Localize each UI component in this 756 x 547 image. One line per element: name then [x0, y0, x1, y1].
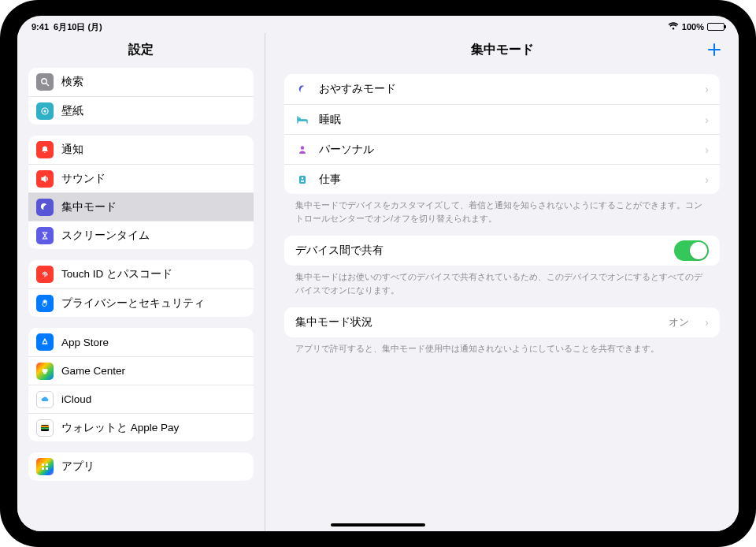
- apps-icon: [36, 458, 54, 475]
- share-toggle[interactable]: [674, 240, 709, 261]
- status-bar: 9:41 6月10日 (月) 100%: [17, 16, 739, 33]
- sidebar-item-label: Touch ID とパスコード: [61, 267, 172, 281]
- svg-rect-13: [46, 467, 48, 470]
- svg-rect-15: [299, 176, 306, 184]
- sidebar-item-appstore[interactable]: App Store: [28, 328, 254, 356]
- sidebar-item-label: サウンド: [61, 172, 106, 186]
- home-indicator: [331, 523, 425, 527]
- sidebar-item-label: 通知: [61, 143, 83, 157]
- focus-status-row[interactable]: 集中モード状況 オン ›: [284, 307, 720, 337]
- svg-point-6: [43, 370, 46, 374]
- focus-mode-label: 仕事: [319, 173, 695, 187]
- content: 設定 検索 壁紙: [17, 33, 739, 531]
- bed-icon: [295, 113, 309, 127]
- appstore-icon: [36, 333, 54, 351]
- sidebar-item-privacy[interactable]: プライバシーとセキュリティ: [28, 288, 254, 317]
- cloud-icon: [36, 391, 54, 408]
- focus-mode-sleep[interactable]: 睡眠 ›: [284, 104, 720, 134]
- focus-modes-footer: 集中モードでデバイスをカスタマイズして、着信と通知を知らされないようにすることが…: [284, 194, 720, 225]
- sidebar-item-label: iCloud: [61, 393, 91, 405]
- sidebar-item-focus[interactable]: 集中モード: [28, 192, 254, 221]
- status-time: 9:41: [32, 22, 49, 32]
- chevron-right-icon: ›: [705, 143, 709, 156]
- svg-rect-10: [42, 463, 44, 466]
- sidebar: 設定 検索 壁紙: [17, 33, 265, 531]
- bell-icon: [36, 141, 54, 158]
- speaker-icon: [36, 170, 54, 188]
- badge-icon: [295, 173, 309, 187]
- hand-icon: [36, 295, 54, 312]
- share-label: デバイス間で共有: [295, 244, 665, 258]
- svg-rect-8: [41, 426, 49, 427]
- share-across-devices-row[interactable]: デバイス間で共有: [284, 236, 720, 266]
- main-pane: 集中モード おやすみモード ›: [265, 33, 739, 531]
- sidebar-item-notifications[interactable]: 通知: [28, 136, 254, 164]
- moon-icon: [36, 199, 54, 216]
- sidebar-scroll[interactable]: 検索 壁紙: [17, 66, 265, 531]
- svg-rect-17: [301, 180, 304, 180]
- svg-point-14: [301, 146, 304, 149]
- sidebar-item-label: スクリーンタイム: [61, 229, 150, 243]
- sidebar-item-label: アプリ: [61, 460, 94, 474]
- sidebar-item-wallet[interactable]: ウォレットと Apple Pay: [28, 413, 254, 441]
- screen: 9:41 6月10日 (月) 100% 設定: [17, 16, 739, 531]
- battery-percent: 100%: [682, 22, 704, 32]
- status-left: 9:41 6月10日 (月): [32, 21, 102, 33]
- focus-status-group: 集中モード状況 オン ›: [284, 307, 720, 337]
- focus-mode-personal[interactable]: パーソナル ›: [284, 134, 720, 164]
- svg-rect-18: [301, 181, 304, 182]
- status-date: 6月10日 (月): [54, 21, 102, 33]
- sidebar-item-sounds[interactable]: サウンド: [28, 164, 254, 192]
- wallpaper-icon: [36, 102, 54, 120]
- page-title: 集中モード: [471, 42, 534, 58]
- sidebar-item-touchid[interactable]: Touch ID とパスコード: [28, 260, 254, 288]
- focus-status-value: オン: [669, 315, 689, 329]
- sidebar-item-label: App Store: [61, 337, 109, 348]
- sidebar-item-gamecenter[interactable]: Game Center: [28, 356, 254, 385]
- share-footer: 集中モードはお使いのすべてのデバイスで共有されているため、このデバイスでオンにす…: [284, 266, 720, 296]
- moon-icon: [295, 82, 309, 96]
- chevron-right-icon: ›: [705, 113, 709, 126]
- sidebar-group-4: アプリ: [28, 452, 254, 481]
- focus-status-footer: アプリで許可すると、集中モード使用中は通知されないようにしていることを共有できま…: [284, 337, 720, 355]
- sidebar-item-label: 集中モード: [61, 200, 117, 214]
- share-group: デバイス間で共有: [284, 236, 720, 266]
- wallet-icon: [36, 419, 54, 437]
- svg-point-16: [302, 177, 304, 179]
- focus-modes-group: おやすみモード › 睡眠 ›: [284, 74, 720, 194]
- gamecenter-icon: [36, 363, 54, 380]
- svg-rect-12: [42, 467, 44, 470]
- focus-mode-do-not-disturb[interactable]: おやすみモード ›: [284, 74, 720, 104]
- focus-mode-work[interactable]: 仕事 ›: [284, 164, 720, 194]
- sidebar-item-wallpaper[interactable]: 壁紙: [28, 96, 254, 125]
- person-icon: [295, 143, 309, 157]
- add-focus-button[interactable]: [704, 39, 724, 60]
- focus-mode-label: 睡眠: [319, 113, 695, 127]
- svg-rect-11: [46, 463, 48, 466]
- battery-icon: [707, 23, 724, 31]
- sidebar-group-0: 検索 壁紙: [28, 68, 254, 125]
- sidebar-item-label: ウォレットと Apple Pay: [61, 421, 179, 435]
- chevron-right-icon: ›: [705, 316, 709, 329]
- sidebar-item-icloud[interactable]: iCloud: [28, 385, 254, 413]
- svg-line-1: [46, 84, 49, 86]
- focus-status-label: 集中モード状況: [295, 315, 659, 329]
- focus-mode-label: パーソナル: [319, 143, 695, 157]
- sidebar-group-3: App Store Game Center iClo: [28, 328, 254, 441]
- chevron-right-icon: ›: [705, 173, 709, 186]
- sidebar-item-screentime[interactable]: スクリーンタイム: [28, 221, 254, 249]
- sidebar-item-apps[interactable]: アプリ: [28, 452, 254, 481]
- main-scroll[interactable]: おやすみモード › 睡眠 ›: [265, 66, 739, 531]
- sidebar-item-label: Game Center: [61, 365, 125, 377]
- main-header: 集中モード: [265, 33, 739, 66]
- search-icon: [36, 73, 54, 91]
- sidebar-title: 設定: [17, 33, 265, 66]
- sidebar-item-label: プライバシーとセキュリティ: [61, 296, 205, 311]
- focus-mode-label: おやすみモード: [319, 82, 695, 96]
- sidebar-group-1: 通知 サウンド 集中モード: [28, 136, 254, 249]
- sidebar-item-search[interactable]: 検索: [28, 68, 254, 96]
- plus-icon: [706, 42, 722, 58]
- chevron-right-icon: ›: [705, 83, 709, 95]
- sidebar-group-2: Touch ID とパスコード プライバシーとセキュリティ: [28, 260, 254, 317]
- svg-rect-9: [41, 427, 49, 429]
